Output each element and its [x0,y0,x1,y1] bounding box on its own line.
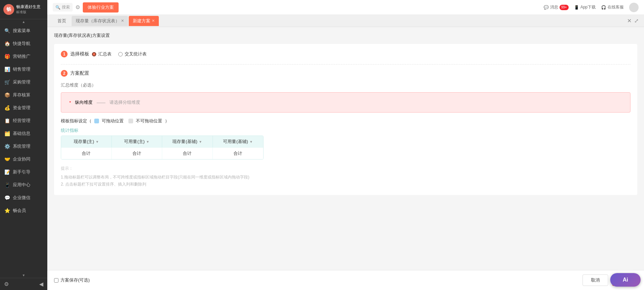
gear-icon: ⚙️ [4,144,10,149]
tabbar: 首页 现存量（库存状况表） ✕ 新建方案 ✕ ✕ ⤢ [47,15,644,27]
industry-btn[interactable]: 体验行业方案 [83,2,119,13]
clipboard-icon: 📋 [4,118,10,123]
save-checkbox[interactable] [54,278,58,283]
cart-icon: 🛒 [4,79,10,85]
fixed-badge [128,119,133,123]
sidebar-item-finance[interactable]: 💰 资金管理 [0,101,47,114]
message-icon: 💬 [544,5,549,10]
tab-home[interactable]: 首页 [53,16,71,26]
col-header-0[interactable]: 现存量(主) ▼ [61,136,112,147]
logo-name: 畅康通好生意 [16,4,41,10]
col-header-1[interactable]: 可用量(主) ▼ [112,136,163,147]
tab-new-scheme[interactable]: 新建方案 ✕ [129,16,159,26]
sidebar-item-inventory[interactable]: 📦 库存核算 [0,89,47,101]
money-icon: 💰 [4,105,10,111]
stats-table-header: 现存量(主) ▼ 可用量(主) ▼ 现存量(基辅) ▼ 可用量(基辅) [61,136,263,147]
box-icon: 📦 [4,92,10,98]
online-service-item[interactable]: 🎧 在线客服 [601,4,624,10]
sidebar-label-basic: 基础信息 [13,130,30,137]
message-badge: 99+ [560,5,569,10]
avatar[interactable] [629,3,639,12]
app-download-label: App下载 [580,4,596,10]
step1-section: 1 选择模板 汇总表 交叉统计表 [61,51,630,57]
search-icon-topbar: 🔍 [55,5,60,10]
col-label-1: 可用量(主) [124,139,145,145]
ai-bubble[interactable]: Ai [610,273,641,287]
tabbar-actions: ✕ ⤢ [627,18,639,24]
sidebar-item-marketing[interactable]: 🎁 营销推广 [0,50,47,63]
sidebar-label-contract: 企业协同 [13,156,30,162]
bottom-bar: 方案保存(可选) 取消 查询 [47,270,644,290]
topbar-right: 💬 消息 99+ 📱 App下载 🎧 在线客服 [544,3,639,12]
radio-summary-label: 汇总表 [98,51,112,57]
mobile-icon: 📱 [4,182,10,188]
sidebar-item-search[interactable]: 🔍 搜索菜单 [0,24,47,37]
topbar: 🔍 搜索 ⚙ 体验行业方案 💬 消息 99+ 📱 App下载 🎧 在线客服 [47,0,644,15]
step1-label: 1 选择模板 汇总表 交叉统计表 [61,51,630,57]
config-card: 1 选择模板 汇总表 交叉统计表 [54,44,637,195]
tab-new-scheme-close[interactable]: ✕ [152,19,155,23]
sidebar-label-sales: 销售管理 [13,66,30,72]
sidebar-item-sales[interactable]: 📊 销售管理 [0,63,47,76]
topbar-search-box[interactable]: 🔍 搜索 [53,3,73,11]
message-item[interactable]: 💬 消息 99+ [544,4,569,10]
tab-inventory-close[interactable]: ✕ [121,19,124,23]
scroll-up[interactable]: ▲ [0,19,47,24]
service-icon: 🎧 [601,5,606,10]
col-header-3[interactable]: 可用量(基辅) ▼ [213,136,264,147]
tab-new-scheme-label: 新建方案 [133,18,150,24]
ai-label: Ai [623,277,628,283]
sidebar-item-contract[interactable]: 🤝 企业协同 [0,153,47,166]
page-title: 现存量(库存状况表)方案设置 [54,32,637,39]
sidebar-item-wechat[interactable]: 💬 企业微信 [0,191,47,204]
sidebar-label-operations: 经营管理 [13,118,30,124]
dimension-row: * 纵向维度 —— 请选择分组维度 [69,99,622,105]
stats-cell-0: 合计 [61,147,112,159]
main-area: 🔍 搜索 ⚙ 体验行业方案 💬 消息 99+ 📱 App下载 🎧 在线客服 [47,0,644,290]
topbar-gear-icon[interactable]: ⚙ [75,4,80,10]
save-option-label: 方案保存(可选) [60,277,90,283]
sidebar-label-quicknav: 快捷导航 [13,41,30,47]
tab-inventory-status[interactable]: 现存量（库存状况表） ✕ [72,16,128,26]
online-service-label: 在线客服 [608,4,624,10]
scroll-down[interactable]: ▼ [0,273,47,278]
tab-close-icon[interactable]: ✕ [627,18,631,24]
sidebar-item-guide[interactable]: 📝 新手引导 [0,166,47,178]
stats-header: 统计指标 [61,127,630,134]
step2-section: 2 方案配置 汇总维度（必选） * 纵向维度 —— 请选择分组维度 模板指标设定… [61,70,630,188]
cancel-button[interactable]: 取消 [583,274,608,286]
radio-cross[interactable]: 交叉统计表 [118,51,147,57]
settings-icon[interactable]: ⚙ [4,281,9,287]
app-download-item[interactable]: 📱 App下载 [574,4,596,10]
sidebar-label-appstore: 应用中心 [13,182,30,188]
save-option[interactable]: 方案保存(可选) [54,277,90,283]
chart-icon: 📊 [4,67,10,72]
radio-summary-input[interactable] [92,52,96,56]
sidebar-label-wechat: 企业微信 [13,195,30,201]
search-placeholder: 搜索 [62,4,70,10]
col-header-2[interactable]: 现存量(基辅) ▼ [162,136,213,147]
fixed-label: 不可拖动位置 [136,118,162,124]
logo-badge: 标准版 [16,10,41,15]
collapse-icon[interactable]: ◀ [39,281,43,287]
radio-cross-input[interactable] [118,52,123,56]
sidebar-item-basic[interactable]: 🗂️ 基础信息 [0,127,47,140]
sidebar-item-quicknav[interactable]: 🏠 快捷导航 [0,37,47,50]
logo-icon: 畅 [3,4,14,15]
tab-inventory-label: 现存量（库存状况表） [76,18,120,24]
sidebar-item-purchase[interactable]: 🛒 采购管理 [0,76,47,89]
sidebar-label-purchase: 采购管理 [13,79,30,85]
template-indicators-text-1: 模板指标设定（ [61,118,92,124]
template-indicators-close: ） [165,118,169,124]
sidebar: 畅 畅康通好生意 标准版 ▲ 🔍 搜索菜单 🏠 快捷导航 🎁 营销推广 📊 销售… [0,0,47,290]
radio-summary[interactable]: 汇总表 [92,51,112,57]
tab-expand-icon[interactable]: ⤢ [634,18,639,24]
sidebar-item-appstore[interactable]: 📱 应用中心 [0,178,47,191]
dimension-placeholder[interactable]: 请选择分组维度 [109,99,140,105]
sidebar-item-operations[interactable]: 📋 经营管理 [0,114,47,127]
step2-title: 方案配置 [70,70,89,76]
sidebar-item-system[interactable]: ⚙️ 系统管理 [0,140,47,153]
sidebar-item-member[interactable]: ⭐ 畅会员 [0,204,47,217]
step1-title: 选择模板 [70,51,89,57]
stats-cell-2: 合计 [162,147,213,159]
